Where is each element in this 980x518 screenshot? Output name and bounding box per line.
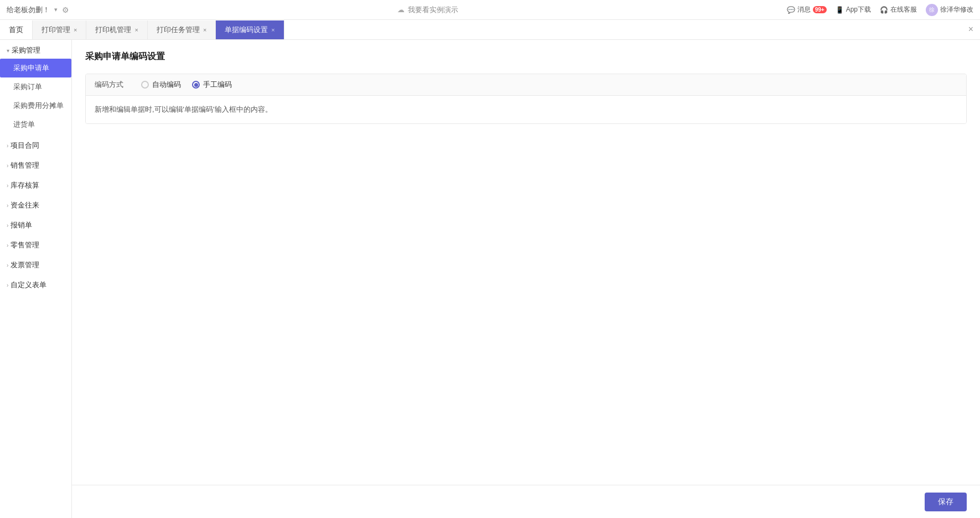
sidebar: ▾ 采购管理 采购申请单 采购订单 采购费用分摊单 进货单 › 项目合同	[0, 40, 72, 518]
top-bar-left: 给老板勿删！ ▾ ⚙	[7, 5, 69, 15]
main-layout: ▾ 采购管理 采购申请单 采购订单 采购费用分摊单 进货单 › 项目合同	[0, 40, 980, 518]
radio-manual-encode[interactable]: 手工编码	[192, 80, 232, 90]
sidebar-item-purchase-order-label: 采购订单	[13, 82, 42, 91]
content-footer: 保存	[72, 485, 980, 518]
radio-manual-label: 手工编码	[203, 80, 232, 90]
sidebar-group-custom-forms: › 自定义表单	[0, 274, 71, 293]
online-service-label: 在线客服	[890, 5, 917, 14]
sidebar-group-funds: › 资金往来	[0, 195, 71, 214]
sidebar-group-inventory-label: 库存核算	[11, 180, 39, 190]
global-close-button[interactable]: ×	[968, 24, 973, 34]
sidebar-group-expense-label: 报销单	[11, 220, 32, 230]
sidebar-group-retail-label: 零售管理	[11, 240, 39, 250]
notification-button[interactable]: 💬 消息 99+	[787, 5, 827, 14]
online-service-button[interactable]: 🎧 在线客服	[880, 5, 917, 14]
sidebar-item-purchase-expense-label: 采购费用分摊单	[13, 101, 64, 110]
caret-right-icon: ›	[7, 282, 8, 288]
sidebar-group-retail: › 零售管理	[0, 235, 71, 253]
sidebar-item-purchase-expense[interactable]: 采购费用分摊单	[0, 96, 71, 115]
top-bar-center: ☁ 我要看实例演示	[397, 5, 458, 15]
phone-icon: 📱	[836, 6, 844, 14]
sidebar-group-project: › 项目合同	[0, 135, 71, 154]
sidebar-group-sales-label: 销售管理	[11, 160, 39, 170]
radio-auto-encode[interactable]: 自动编码	[141, 80, 181, 90]
notification-icon: 💬	[787, 6, 795, 14]
app-download-label: App下载	[846, 5, 871, 14]
tab-print-task-label: 打印任务管理	[157, 25, 200, 35]
caret-icon: ▾	[7, 48, 9, 54]
radio-circle-auto	[141, 81, 149, 89]
radio-circle-manual	[192, 81, 200, 89]
sidebar-group-expense: › 报销单	[0, 215, 71, 234]
tab-bar: 首页 打印管理 × 打印机管理 × 打印任务管理 × 单据编码设置 × ×	[0, 20, 980, 40]
avatar: 徐	[926, 4, 938, 16]
sidebar-group-invoice-header[interactable]: › 发票管理	[0, 255, 71, 273]
sidebar-group-funds-header[interactable]: › 资金往来	[0, 195, 71, 214]
sidebar-item-purchase-order[interactable]: 采购订单	[0, 77, 71, 96]
user-info-button[interactable]: 徐 徐泽华修改	[926, 4, 973, 16]
encoding-row: 编码方式 自动编码 手工编码	[86, 74, 966, 96]
tab-printer-manage-label: 打印机管理	[95, 25, 131, 35]
tab-print-manage-label: 打印管理	[42, 25, 70, 35]
sidebar-group-sales: › 销售管理	[0, 155, 71, 174]
notification-badge: 99+	[813, 6, 827, 13]
gear-icon[interactable]: ⚙	[62, 6, 69, 14]
radio-auto-label: 自动编码	[152, 80, 181, 90]
tab-home-label: 首页	[9, 25, 23, 35]
sidebar-group-purchase-header[interactable]: ▾ 采购管理	[0, 40, 71, 59]
top-bar: 给老板勿删！ ▾ ⚙ ☁ 我要看实例演示 💬 消息 99+ 📱 App下载 🎧 …	[0, 0, 980, 20]
page-title: 采购申请单编码设置	[85, 51, 967, 63]
tab-print-manage[interactable]: 打印管理 ×	[33, 20, 86, 39]
sidebar-group-expense-header[interactable]: › 报销单	[0, 215, 71, 234]
sidebar-group-sales-header[interactable]: › 销售管理	[0, 155, 71, 174]
sidebar-group-custom-forms-header[interactable]: › 自定义表单	[0, 274, 71, 293]
username: 徐泽华修改	[940, 5, 973, 14]
close-icon[interactable]: ×	[134, 27, 138, 33]
sidebar-group-invoice-label: 发票管理	[11, 260, 39, 270]
encoding-label: 编码方式	[95, 80, 128, 90]
encoding-section: 编码方式 自动编码 手工编码 新增和编辑单据时,可以编辑'单据编码'输入框中的内…	[85, 74, 967, 124]
caret-right-icon: ›	[7, 222, 8, 229]
sidebar-group-project-label: 项目合同	[11, 141, 39, 151]
close-icon[interactable]: ×	[203, 27, 206, 33]
save-button[interactable]: 保存	[925, 493, 967, 511]
caret-right-icon: ›	[7, 183, 8, 189]
app-download-button[interactable]: 📱 App下载	[836, 5, 871, 14]
sidebar-group-retail-header[interactable]: › 零售管理	[0, 235, 71, 253]
sidebar-item-purchase-request[interactable]: 采购申请单	[0, 59, 71, 77]
tab-printer-manage[interactable]: 打印机管理 ×	[86, 20, 147, 39]
sidebar-item-goods-receipt[interactable]: 进货单	[0, 115, 71, 134]
notification-label: 消息	[797, 5, 811, 14]
caret-right-icon: ›	[7, 262, 8, 268]
center-text[interactable]: 我要看实例演示	[408, 5, 458, 15]
tab-doc-code[interactable]: 单据编码设置 ×	[216, 20, 284, 39]
caret-right-icon: ›	[7, 242, 8, 248]
chevron-down-icon[interactable]: ▾	[54, 6, 58, 13]
content-inner: 采购申请单编码设置 编码方式 自动编码 手工编码	[72, 40, 980, 485]
sidebar-group-funds-label: 资金往来	[11, 200, 39, 210]
close-icon[interactable]: ×	[74, 27, 77, 33]
caret-right-icon: ›	[7, 203, 8, 209]
radio-group: 自动编码 手工编码	[141, 80, 232, 90]
tab-print-task[interactable]: 打印任务管理 ×	[148, 20, 216, 39]
tab-doc-code-label: 单据编码设置	[225, 25, 268, 35]
caret-right-icon: ›	[7, 163, 8, 169]
sidebar-item-goods-receipt-label: 进货单	[13, 120, 35, 128]
sidebar-group-invoice: › 发票管理	[0, 255, 71, 273]
sidebar-item-purchase-request-label: 采购申请单	[13, 64, 49, 72]
logo-text: 给老板勿删！	[7, 5, 50, 15]
sidebar-group-inventory-header[interactable]: › 库存核算	[0, 175, 71, 194]
caret-right-icon: ›	[7, 143, 8, 149]
headset-icon: 🎧	[880, 6, 888, 14]
close-icon[interactable]: ×	[271, 27, 274, 33]
sidebar-group-purchase: ▾ 采购管理 采购申请单 采购订单 采购费用分摊单 进货单	[0, 40, 71, 134]
sidebar-group-project-header[interactable]: › 项目合同	[0, 135, 71, 154]
sidebar-group-custom-forms-label: 自定义表单	[11, 280, 46, 290]
sidebar-group-purchase-label: 采购管理	[12, 45, 40, 55]
sidebar-group-inventory: › 库存核算	[0, 175, 71, 194]
cloud-icon: ☁	[397, 6, 405, 14]
description-text: 新增和编辑单据时,可以编辑'单据编码'输入框中的内容。	[86, 96, 966, 123]
content-area: 采购申请单编码设置 编码方式 自动编码 手工编码	[72, 40, 980, 518]
top-bar-right: 💬 消息 99+ 📱 App下载 🎧 在线客服 徐 徐泽华修改	[787, 4, 973, 16]
tab-home[interactable]: 首页	[0, 20, 33, 39]
